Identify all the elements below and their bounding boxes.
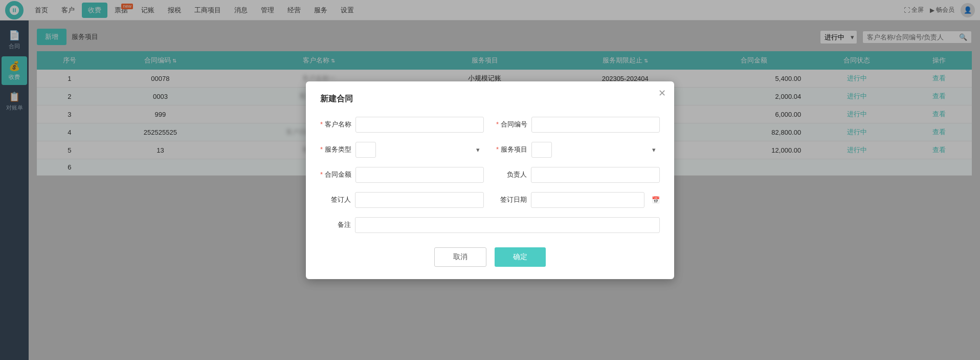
form-row-4: 签订人 签订日期 2023-06-06 📅 xyxy=(320,192,660,208)
signer-input[interactable] xyxy=(355,192,484,208)
service-type-select-wrap xyxy=(355,142,484,158)
form-row-2: 服务类型 服务项目 xyxy=(320,142,660,158)
field-contract-no: 合同编号 xyxy=(496,117,660,133)
form-row-3: 合同金额 0.00 负责人 xyxy=(320,167,660,183)
modal-close-button[interactable]: ✕ xyxy=(658,88,666,99)
amount-input[interactable]: 0.00 xyxy=(355,167,484,183)
field-amount: 合同金额 0.00 xyxy=(320,167,484,183)
service-item-label: 服务项目 xyxy=(496,145,527,154)
cancel-button[interactable]: 取消 xyxy=(434,247,486,267)
amount-label: 合同金额 xyxy=(320,170,351,179)
service-type-select[interactable] xyxy=(355,142,376,158)
field-owner: 负责人 xyxy=(496,167,660,183)
remark-input[interactable] xyxy=(355,217,660,233)
field-signer: 签订人 xyxy=(320,192,484,208)
customer-label: 客户名称 xyxy=(320,120,351,129)
confirm-button[interactable]: 确定 xyxy=(495,247,546,267)
new-contract-modal: ✕ 新建合同 客户名称 合同编号 服务类型 服务项目 xyxy=(306,81,674,279)
remark-label: 备注 xyxy=(320,220,351,229)
calendar-icon[interactable]: 📅 xyxy=(652,196,660,204)
modal-overlay: ✕ 新建合同 客户名称 合同编号 服务类型 服务项目 xyxy=(0,0,980,360)
field-sign-date: 签订日期 2023-06-06 📅 xyxy=(496,192,660,208)
form-row-5: 备注 xyxy=(320,217,660,233)
field-customer: 客户名称 xyxy=(320,117,484,133)
customer-input[interactable] xyxy=(355,117,484,133)
service-type-label: 服务类型 xyxy=(320,145,351,154)
sign-date-label: 签订日期 xyxy=(496,195,527,204)
modal-footer: 取消 确定 xyxy=(320,247,660,267)
modal-title: 新建合同 xyxy=(320,94,660,104)
contract-no-input[interactable] xyxy=(531,117,660,133)
form-row-1: 客户名称 合同编号 xyxy=(320,117,660,133)
sign-date-input[interactable]: 2023-06-06 xyxy=(531,192,644,208)
field-remark: 备注 xyxy=(320,217,660,233)
owner-label: 负责人 xyxy=(496,170,527,179)
service-item-select-wrap xyxy=(531,142,660,158)
signer-label: 签订人 xyxy=(320,195,351,204)
service-item-select[interactable] xyxy=(531,142,552,158)
contract-no-label: 合同编号 xyxy=(496,120,527,129)
field-service-type: 服务类型 xyxy=(320,142,484,158)
owner-input[interactable] xyxy=(531,167,660,183)
field-service-item: 服务项目 xyxy=(496,142,660,158)
